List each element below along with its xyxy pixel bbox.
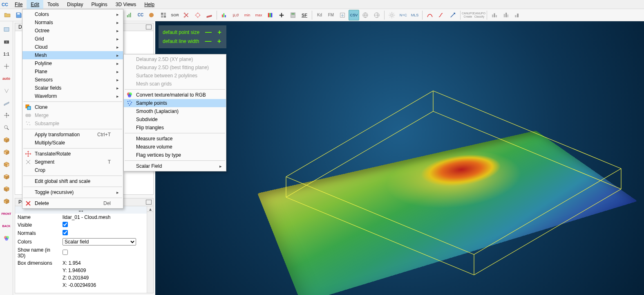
mi-crop[interactable]: Crop xyxy=(22,166,123,174)
lt-flip-icon[interactable] xyxy=(1,85,12,97)
tb-sf-icon[interactable]: SF xyxy=(299,10,310,20)
lt-camera-icon[interactable] xyxy=(1,36,12,47)
lt-view-front-icon[interactable] xyxy=(1,146,12,158)
lt-label-front-icon[interactable]: FRONT xyxy=(1,208,12,219)
tb-min-icon[interactable]: min xyxy=(242,10,253,20)
menu-help[interactable]: Help xyxy=(140,0,159,9)
lt-axes-icon[interactable] xyxy=(1,110,12,121)
mi-toggle-recursive[interactable]: Toggle (recursive) xyxy=(22,188,123,196)
mi-plane[interactable]: Plane xyxy=(22,68,123,76)
mi-sample-points[interactable]: Sample points xyxy=(124,99,226,107)
tb-max-icon[interactable]: max xyxy=(253,10,264,20)
tb-kd-icon[interactable]: Kd xyxy=(314,10,325,20)
mi-measure-surface[interactable]: Measure surface xyxy=(124,135,226,143)
tb-target-icon[interactable] xyxy=(192,10,203,20)
prop-colors-select[interactable]: Scalar field xyxy=(63,238,136,245)
tb-globe1-icon[interactable] xyxy=(360,10,371,20)
tb-city3-icon[interactable] xyxy=(512,10,523,20)
prop-visible-checkbox[interactable] xyxy=(63,222,68,227)
tb-palette-icon[interactable] xyxy=(265,10,275,20)
tb-tile-icon[interactable] xyxy=(158,10,169,20)
mi-waveform[interactable]: Waveform xyxy=(22,92,123,100)
mi-mesh[interactable]: Mesh xyxy=(22,51,123,59)
mi-colors[interactable]: Colors xyxy=(22,10,123,18)
overlay-pointsize-minus[interactable]: — xyxy=(205,29,211,36)
tb-csv-icon[interactable]: CSV xyxy=(349,10,359,20)
lt-auto-icon[interactable]: auto xyxy=(1,73,12,84)
overlay-pointsize-plus[interactable]: + xyxy=(217,29,222,36)
tb-calc-icon[interactable] xyxy=(288,10,298,20)
tb-chart-icon[interactable] xyxy=(124,10,134,20)
tb-open-icon[interactable] xyxy=(2,10,13,20)
lt-label-back-icon[interactable]: BACK xyxy=(1,220,12,232)
mi-cloud[interactable]: Cloud xyxy=(22,43,123,51)
lt-one2one-icon[interactable]: 1:1 xyxy=(1,48,12,60)
tb-spline-icon[interactable] xyxy=(436,10,447,20)
properties-scrollbar[interactable]: ▴ xyxy=(147,206,153,293)
tb-vector-icon[interactable] xyxy=(447,10,458,20)
mi-edit-global-shift[interactable]: Edit global shift and scale xyxy=(22,177,123,185)
overlay-linewidth-plus[interactable]: + xyxy=(216,38,222,45)
tb-fm-icon[interactable]: FM xyxy=(326,10,336,20)
menu-edit[interactable]: Edit xyxy=(27,0,43,9)
menu-3dviews[interactable]: 3D Views xyxy=(112,0,140,9)
tb-city2-icon[interactable] xyxy=(501,10,511,20)
lt-screenshot-icon[interactable] xyxy=(1,24,12,35)
lt-crosshair-icon[interactable] xyxy=(1,61,12,72)
tb-canupo-create-icon[interactable]: CANUPOCreate xyxy=(463,10,473,20)
mi-apply-transformation[interactable]: Apply transformationCtrl+T xyxy=(22,131,123,139)
mi-flip-triangles[interactable]: Flip triangles xyxy=(124,124,226,132)
mi-scalar-field[interactable]: Scalar Field xyxy=(124,162,226,170)
menu-display[interactable]: Display xyxy=(63,0,87,9)
lt-view-left-icon[interactable] xyxy=(1,183,12,195)
mi-flag-vertices[interactable]: Flag vertices by type xyxy=(124,151,226,159)
mi-measure-volume[interactable]: Measure volume xyxy=(124,143,226,151)
mi-segment[interactable]: SegmentT xyxy=(22,158,123,166)
mi-octree[interactable]: Octree xyxy=(22,27,123,35)
mi-scalar-fields[interactable]: Scalar fields xyxy=(22,84,123,92)
mi-subdivide[interactable]: Subdivide xyxy=(124,115,226,124)
lt-view-back-icon[interactable] xyxy=(1,171,12,182)
tb-ncplus-icon[interactable]: N+C xyxy=(398,10,409,20)
tb-plane-icon[interactable] xyxy=(204,10,215,20)
tb-sor-icon[interactable]: SOR xyxy=(170,10,180,20)
mi-grid[interactable]: Grid xyxy=(22,35,123,43)
tb-hist-icon[interactable] xyxy=(219,10,230,20)
overlay-linewidth-minus[interactable]: — xyxy=(205,38,210,45)
tb-canupo-classify-icon[interactable]: CANUPOClassify xyxy=(474,10,485,20)
mi-translate-rotate[interactable]: Translate/Rotate xyxy=(22,150,123,158)
lt-view-right-icon[interactable] xyxy=(1,196,12,207)
mi-sensors[interactable]: Sensors xyxy=(22,76,123,84)
tb-cc-icon[interactable]: CC xyxy=(135,10,146,20)
mi-smooth[interactable]: Smooth (Laplacian) xyxy=(124,107,226,115)
lt-plane-icon[interactable] xyxy=(1,97,12,109)
prop-showname-checkbox[interactable] xyxy=(63,250,68,255)
mi-normals[interactable]: Normals xyxy=(22,18,123,27)
lt-rgb-icon[interactable] xyxy=(1,232,12,244)
prop-name-value[interactable]: lidar_01 - Cloud.mesh xyxy=(60,214,147,221)
tb-mls-icon[interactable]: MLS xyxy=(409,10,420,20)
mi-convert-texture[interactable]: Convert texture/material to RGB xyxy=(124,91,226,99)
viewport-3d[interactable]: default point size — + default line widt… xyxy=(155,21,644,295)
mi-clone[interactable]: Clone xyxy=(22,103,123,111)
prop-normals-checkbox[interactable] xyxy=(63,230,68,235)
tb-blob-icon[interactable] xyxy=(147,10,157,20)
mi-multiply-scale[interactable]: Multiply/Scale xyxy=(22,139,123,147)
menu-tools[interactable]: Tools xyxy=(43,0,63,9)
menu-plugins[interactable]: Plugins xyxy=(87,0,111,9)
tb-stats-icon[interactable]: μ,σ xyxy=(230,10,241,20)
tb-plus-icon[interactable] xyxy=(276,10,287,20)
tb-export-icon[interactable] xyxy=(337,10,348,20)
tb-curve-icon[interactable] xyxy=(425,10,435,20)
tb-scissors-icon[interactable] xyxy=(181,10,192,20)
lt-search-icon[interactable] xyxy=(1,122,12,133)
tb-globe2-icon[interactable] xyxy=(371,10,382,20)
undock-icon[interactable] xyxy=(146,25,152,29)
lt-view-top-icon[interactable] xyxy=(1,134,12,146)
tb-city1-icon[interactable] xyxy=(489,10,500,20)
lt-view-side-icon[interactable] xyxy=(1,159,12,170)
mi-delete[interactable]: DeleteDel xyxy=(22,199,123,207)
undock-icon[interactable] xyxy=(146,200,152,205)
tb-gear-icon[interactable] xyxy=(387,10,397,20)
menu-file[interactable]: File xyxy=(11,0,27,9)
